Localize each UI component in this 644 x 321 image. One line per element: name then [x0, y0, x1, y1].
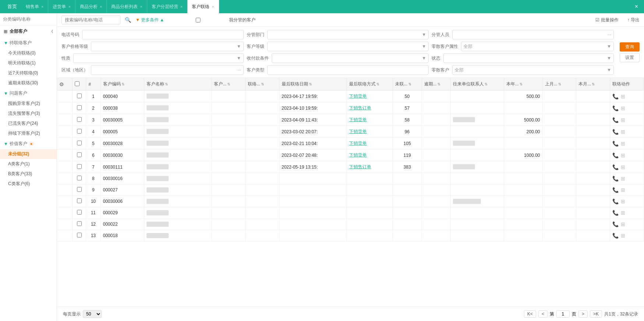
more-action-icon[interactable]: ⊞	[621, 105, 625, 111]
cell-last-contact-method[interactable]	[347, 196, 393, 207]
row-checkbox[interactable]	[77, 164, 82, 169]
sidebar-problem-title[interactable]: ▼ 问题客户	[0, 88, 57, 99]
cell-last-contact-method[interactable]: 下销货单	[347, 114, 393, 126]
cell-last-contact-method[interactable]	[347, 230, 393, 241]
nav-tab-purchase[interactable]: 进货单 ×	[48, 0, 75, 13]
nav-tab-customer-segment[interactable]: 客户分层经营 ×	[147, 0, 187, 13]
close-tab-purchase[interactable]: ×	[68, 4, 70, 9]
sort-name-icon[interactable]: ⇅	[165, 82, 168, 86]
close-tab-product-analysis[interactable]: ×	[100, 4, 102, 9]
sidebar-item-b-class[interactable]: B类客户(33)	[0, 169, 57, 179]
nav-tab-product-list[interactable]: 商品分析列表 ×	[107, 0, 147, 13]
phone-action-icon[interactable]: 📞	[612, 117, 619, 123]
more-action-icon[interactable]: ⊞	[621, 129, 625, 135]
phone-action-icon[interactable]: 📞	[612, 198, 619, 204]
sort-date-icon[interactable]: ⇅	[309, 82, 312, 86]
region-select[interactable]: ···	[91, 65, 244, 75]
sidebar-pending-title[interactable]: ▼ 待联络客户	[0, 38, 57, 48]
more-action-icon[interactable]: ⊞	[621, 141, 625, 147]
more-action-icon[interactable]: ⊞	[621, 233, 625, 239]
first-page-btn[interactable]: K<	[524, 310, 536, 318]
nav-tab-sales[interactable]: 销售单 ×	[21, 0, 48, 13]
sort-contact-icon[interactable]: ⇅	[261, 82, 264, 86]
more-action-icon[interactable]: ⊞	[621, 210, 625, 216]
manager-select[interactable]: ···	[452, 30, 614, 39]
more-action-icon[interactable]: ⊞	[621, 198, 625, 204]
sidebar-item-overdue-pending[interactable]: 逾期未联络(30)	[0, 78, 57, 88]
export-btn[interactable]: ↑ 导出	[627, 17, 640, 23]
row-checkbox[interactable]	[77, 105, 82, 110]
last-page-btn[interactable]: >K	[590, 310, 602, 318]
sidebar-item-ungraded[interactable]: 未分组(32)	[0, 149, 57, 159]
cell-last-contact-method[interactable]: 下销售订单	[347, 161, 393, 173]
sort-method-icon[interactable]: ⇅	[376, 82, 379, 86]
phone-action-icon[interactable]: 📞	[612, 152, 619, 158]
cell-last-contact-method[interactable]: 下销货单	[347, 138, 393, 149]
sort-overdue-icon[interactable]: ⇅	[437, 82, 440, 86]
status-select[interactable]: ▼	[443, 53, 614, 63]
per-page-select[interactable]: 50 100 200	[83, 310, 102, 318]
nav-tab-customer-contact[interactable]: 客户联络 ×	[187, 0, 219, 13]
search-input[interactable]	[61, 15, 120, 24]
phone-action-icon[interactable]: 📞	[612, 105, 619, 111]
sort-year-icon[interactable]: ⇅	[520, 82, 522, 86]
sort-thismonth-icon[interactable]: ⇅	[592, 82, 595, 86]
phone-input[interactable]	[82, 30, 244, 39]
cell-last-contact-method[interactable]	[347, 219, 393, 230]
sidebar-item-7days-pending[interactable]: 近7天待联络(0)	[0, 68, 57, 78]
page-number-input[interactable]	[556, 310, 570, 318]
settings-icon[interactable]: ⚙	[59, 81, 64, 87]
row-checkbox[interactable]	[77, 210, 82, 215]
close-tab-product-list[interactable]: ×	[140, 4, 142, 9]
row-checkbox[interactable]	[77, 129, 82, 134]
my-customers-checkbox[interactable]	[169, 18, 228, 22]
row-checkbox[interactable]	[77, 141, 82, 145]
cell-last-contact-method[interactable]	[347, 184, 393, 196]
sort-type-icon[interactable]: ⇅	[227, 82, 230, 86]
cell-last-contact-method[interactable]	[347, 173, 393, 184]
sort-code-icon[interactable]: ⇅	[122, 82, 124, 86]
next-page-btn[interactable]: >	[578, 310, 588, 318]
phone-action-icon[interactable]: 📞	[612, 176, 619, 181]
phone-action-icon[interactable]: 📞	[612, 210, 619, 216]
close-tab-sales[interactable]: ×	[41, 4, 43, 9]
batch-op-btn[interactable]: ☑ 批量操作	[595, 17, 618, 23]
retail-customer-select[interactable]: 全部 ▼	[452, 65, 614, 75]
more-action-icon[interactable]: ⊞	[621, 152, 625, 158]
sidebar-value-title[interactable]: ▼ 价值客户 ●	[0, 138, 57, 149]
sort-nocontact-icon[interactable]: ⇅	[408, 82, 411, 86]
sidebar-item-churn-warning[interactable]: 流失预警客户(3)	[0, 109, 57, 119]
customer-type-select[interactable]	[267, 65, 429, 75]
sidebar-item-hoarding[interactable]: 囤购异常客户(2)	[0, 99, 57, 109]
sidebar-item-c-class[interactable]: C类客户(6)	[0, 179, 57, 189]
phone-action-icon[interactable]: 📞	[612, 129, 619, 135]
row-checkbox[interactable]	[77, 152, 82, 157]
more-action-icon[interactable]: ⊞	[621, 164, 625, 170]
cell-last-contact-method[interactable]: 下销货单	[347, 126, 393, 138]
customer-level-select[interactable]: ▼	[267, 42, 429, 51]
search-icon[interactable]: 🔍	[125, 17, 131, 23]
row-checkbox[interactable]	[77, 176, 82, 180]
reset-btn[interactable]: 设置	[620, 53, 640, 62]
sidebar-item-a-class[interactable]: A类客户(1)	[0, 159, 57, 169]
row-checkbox[interactable]	[77, 187, 82, 192]
close-tab-customer-contact[interactable]: ×	[212, 4, 214, 9]
phone-action-icon[interactable]: 📞	[612, 233, 619, 239]
phone-action-icon[interactable]: 📞	[612, 187, 619, 193]
cell-last-contact-method[interactable]	[347, 207, 393, 219]
my-customers-checkbox-label[interactable]: 我分管的客户	[169, 17, 256, 23]
row-checkbox[interactable]	[77, 94, 82, 98]
phone-action-icon[interactable]: 📞	[612, 94, 619, 99]
cell-last-contact-method[interactable]: 下销货单	[347, 91, 393, 102]
select-all-checkbox[interactable]	[75, 81, 80, 86]
sidebar-all-customers[interactable]: ⊞ 全部客户 《	[0, 25, 57, 38]
more-action-icon[interactable]: ⊞	[621, 176, 625, 181]
sidebar-search-input[interactable]	[3, 17, 57, 22]
gender-select[interactable]: ▼	[73, 53, 244, 63]
cell-last-contact-method[interactable]: 下销售订单	[347, 102, 393, 114]
nav-home[interactable]: 首页	[3, 3, 21, 10]
sidebar-item-today-pending[interactable]: 今天待联络(0)	[0, 48, 57, 58]
sort-unit-icon[interactable]: ⇅	[485, 82, 488, 86]
retail-attr-select[interactable]: 全部 ▼	[461, 42, 614, 51]
more-conditions-btn[interactable]: ▼ 更多条件 ▲	[136, 17, 164, 23]
